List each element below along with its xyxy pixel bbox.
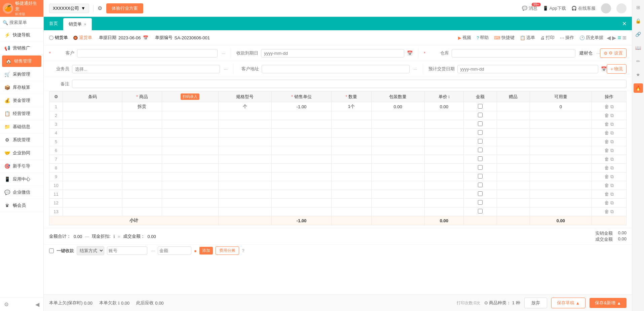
row-gift[interactable]	[463, 138, 497, 146]
side-icon-3[interactable]: 🔗	[634, 30, 643, 39]
payment-date-cal-icon[interactable]: 📅	[407, 50, 413, 56]
salesperson-dots[interactable]: ···	[224, 67, 228, 72]
sidebar-item-basic-info[interactable]: 📁 基础信息	[0, 120, 43, 133]
sidebar-item-wechat[interactable]: 💬 企业微信	[0, 186, 43, 199]
logistics-button[interactable]: + 物流	[607, 64, 627, 74]
row-product[interactable]	[122, 120, 162, 129]
gift-checkbox[interactable]	[478, 139, 483, 144]
row-gift[interactable]	[463, 164, 497, 172]
abandon-btn[interactable]: 放弃	[524, 298, 547, 308]
gift-checkbox[interactable]	[478, 113, 483, 117]
row-pack-qty[interactable]	[332, 172, 372, 181]
gift-checkbox[interactable]	[478, 121, 483, 126]
barcode-input[interactable]	[82, 157, 103, 162]
row-gift[interactable]	[463, 111, 497, 120]
row-product[interactable]	[122, 164, 162, 172]
draft-dropdown-icon[interactable]: ▲	[576, 301, 580, 306]
row-spec[interactable]	[162, 146, 218, 155]
row-unit-price[interactable]: 0.00	[371, 102, 424, 111]
row-pack-qty[interactable]	[332, 120, 372, 129]
row-amount[interactable]	[424, 199, 463, 207]
row-product[interactable]	[122, 199, 162, 207]
row-unit-price[interactable]	[371, 138, 424, 146]
app-download-btn[interactable]: 📱 App下载	[543, 5, 566, 11]
account-input[interactable]	[107, 246, 147, 255]
row-quantity[interactable]	[271, 111, 331, 120]
customer-input[interactable]	[77, 49, 218, 57]
row-pack-qty[interactable]	[332, 111, 372, 120]
prev-nav[interactable]: ◀	[607, 35, 611, 41]
barcode-input[interactable]	[82, 130, 103, 135]
row-barcode[interactable]	[63, 146, 122, 155]
radio-return-input[interactable]	[73, 36, 78, 40]
payment-date-input[interactable]	[261, 49, 404, 57]
row-unit[interactable]	[218, 172, 271, 181]
expense-info-icon[interactable]: ?	[242, 248, 244, 253]
expense-btn[interactable]: 费用分摊	[216, 246, 239, 255]
copy-row-icon[interactable]: ⧉	[610, 174, 614, 180]
row-unit-price[interactable]	[371, 155, 424, 164]
copy-row-icon[interactable]: ⧉	[610, 165, 614, 171]
row-spec[interactable]	[162, 207, 218, 216]
row-product[interactable]: 拆贡	[122, 102, 162, 111]
side-icon-1[interactable]: ⊞	[634, 3, 643, 12]
side-icon-6[interactable]: ★	[634, 70, 643, 79]
gift-checkbox[interactable]	[478, 183, 483, 187]
barcode-input[interactable]	[82, 104, 103, 109]
row-barcode[interactable]	[63, 172, 122, 181]
copy-row-icon[interactable]: ⧉	[610, 156, 614, 162]
delete-row-icon[interactable]: 🗑	[604, 165, 609, 171]
message-btn[interactable]: 💬 消息 99+	[522, 5, 537, 11]
gift-checkbox[interactable]	[478, 209, 483, 213]
copy-row-icon[interactable]: ⧉	[610, 200, 614, 206]
copy-row-icon[interactable]: ⧉	[610, 191, 614, 197]
row-amount[interactable]	[424, 129, 463, 138]
radio-return[interactable]: 退货单	[73, 35, 92, 41]
gift-checkbox[interactable]	[478, 165, 483, 170]
copy-row-icon[interactable]: ⧉	[610, 148, 614, 153]
sidebar-item-apps[interactable]: 📱 应用中心	[0, 173, 43, 186]
row-barcode[interactable]	[63, 190, 122, 199]
row-quantity[interactable]	[271, 181, 331, 190]
row-pack-qty[interactable]	[332, 199, 372, 207]
side-icon-5[interactable]: ✏	[634, 56, 643, 66]
row-unit[interactable]	[218, 181, 271, 190]
row-gift[interactable]	[463, 181, 497, 190]
row-unit-price[interactable]	[371, 146, 424, 155]
copy-row-icon[interactable]: ⧉	[610, 121, 614, 127]
row-pack-qty[interactable]	[332, 155, 372, 164]
discount-info-icon[interactable]: ℹ	[113, 234, 115, 239]
row-barcode[interactable]	[63, 111, 122, 120]
delete-row-icon[interactable]: 🗑	[604, 104, 609, 110]
settings-gear-icon[interactable]: ⚙	[98, 5, 102, 11]
row-amount[interactable]	[424, 164, 463, 172]
row-barcode[interactable]	[63, 207, 122, 216]
delete-row-icon[interactable]: 🗑	[604, 209, 609, 215]
barcode-input[interactable]	[82, 183, 103, 188]
settings-button[interactable]: ⚙ ⚙ 设置	[600, 48, 627, 58]
warehouse-input[interactable]	[452, 49, 575, 57]
row-spec[interactable]	[162, 120, 218, 129]
amount-input[interactable]	[158, 246, 191, 255]
delivery-date-input[interactable]	[457, 65, 599, 73]
collapse-icon[interactable]: ◀	[35, 301, 39, 308]
company-selector[interactable]: XXXXXX公司 ▼	[49, 4, 89, 13]
row-spec[interactable]	[162, 102, 218, 111]
save-dropdown-icon[interactable]: ▲	[617, 301, 621, 306]
sidebar-search[interactable]: 🔍 搜索菜单	[0, 17, 43, 29]
row-product[interactable]	[122, 155, 162, 164]
row-unit-price[interactable]	[371, 207, 424, 216]
date-value[interactable]: 2023-06-06	[118, 35, 141, 40]
th-settings[interactable]: ⚙	[49, 91, 63, 102]
row-unit[interactable]	[218, 155, 271, 164]
row-pack-qty[interactable]: 1个	[332, 102, 372, 111]
tab-close-all[interactable]: ✕	[622, 21, 632, 27]
row-unit-price[interactable]	[371, 190, 424, 199]
shortcut-btn[interactable]: ⌨ 快捷键	[492, 34, 517, 42]
barcode-input[interactable]	[82, 113, 103, 118]
row-unit-price[interactable]	[371, 129, 424, 138]
row-pack-qty[interactable]	[332, 129, 372, 138]
row-gift[interactable]	[463, 155, 497, 164]
row-quantity[interactable]	[271, 190, 331, 199]
row-unit-price[interactable]	[371, 164, 424, 172]
